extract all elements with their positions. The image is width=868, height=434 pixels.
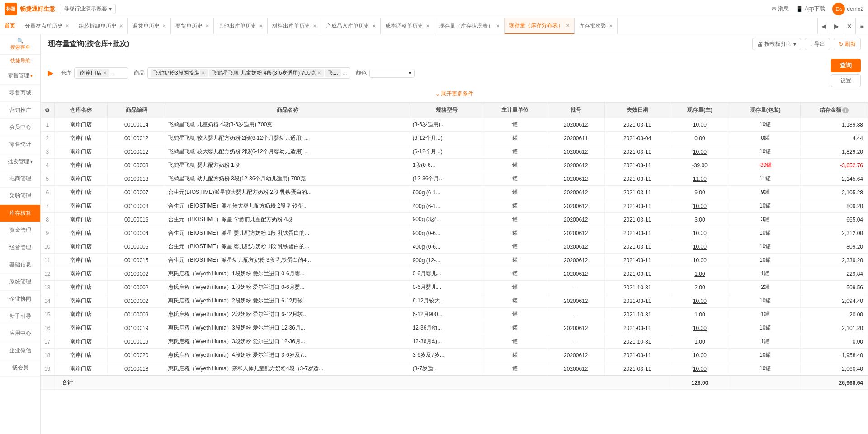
tab-close-icon[interactable]: ✕ xyxy=(426,24,429,28)
sidebar-item-stats[interactable]: 零售统计 xyxy=(0,136,40,153)
sidebar-item-app-center[interactable]: 应用中心 xyxy=(0,325,40,342)
query-button[interactable]: 查询 xyxy=(831,59,861,72)
cell-qty-main[interactable]: 11.00 xyxy=(670,172,730,186)
cell-expire: 2021-03-11 xyxy=(605,349,670,362)
cell-unit: 罐 xyxy=(483,226,547,240)
amount-info-icon[interactable]: i xyxy=(842,107,849,113)
warehouse-tag-container[interactable]: 南岸门店 ✕ ... xyxy=(74,67,128,79)
cell-qty-main[interactable]: 10.00 xyxy=(670,349,730,362)
cell-warehouse: 南岸门店 xyxy=(54,349,108,362)
tab-close-icon[interactable]: ✕ xyxy=(313,24,316,28)
cell-qty-main[interactable]: 10.00 xyxy=(670,321,730,335)
row-number: 1 xyxy=(41,118,54,132)
tab-zu-zhuang[interactable]: 组装拆卸单历史 ✕ xyxy=(74,18,128,34)
cell-qty-main[interactable]: -39.00 xyxy=(670,159,730,172)
cell-qty-main[interactable]: 1.00 xyxy=(670,308,730,321)
sidebar-search[interactable]: 🔍 搜索菜单 xyxy=(0,34,40,55)
cell-qty-main[interactable]: 10.00 xyxy=(670,118,730,132)
sidebar-item-finance[interactable]: 资金管理 xyxy=(0,222,40,239)
product-tag1-close[interactable]: ✕ xyxy=(201,71,205,75)
cell-code: 00100018 xyxy=(108,362,165,376)
sidebar-item-basic[interactable]: 基础信息 xyxy=(0,256,40,274)
tab-yao-huo[interactable]: 要货单历史 ✕ xyxy=(171,18,214,34)
sidebar-item-marketing[interactable]: 营销推广 xyxy=(0,102,40,119)
cell-qty-main[interactable]: 10.00 xyxy=(670,362,730,376)
cell-qty-main[interactable]: 10.00 xyxy=(670,294,730,308)
tab-fen-pan[interactable]: 分量盘点单历史 ✕ xyxy=(20,18,74,34)
color-input[interactable]: ▾ xyxy=(369,69,415,78)
sidebar-item-operation[interactable]: 经营管理 xyxy=(0,239,40,256)
messages-button[interactable]: ✉ 消息 xyxy=(772,5,789,13)
cell-spec: 400g (0-6... xyxy=(410,240,483,254)
cell-unit: 罐 xyxy=(483,349,547,362)
tab-ku-cun-pi[interactable]: 库存批次聚 ✕ xyxy=(575,18,618,34)
sidebar-item-member[interactable]: 会员中心 xyxy=(0,119,40,136)
product-tag-container[interactable]: 飞鹤奶粉3段两提装 ✕ 飞鹤星飞帆 儿童奶粉 4段(3-6岁适用) 700克 ✕… xyxy=(147,67,350,79)
tab-close-icon[interactable]: ✕ xyxy=(205,24,209,28)
cell-qty-main[interactable]: 3.00 xyxy=(670,213,730,226)
warehouse-tag-close[interactable]: ✕ xyxy=(103,71,107,75)
cell-qty-main[interactable]: 10.00 xyxy=(670,240,730,254)
sidebar-item-purchase[interactable]: 采购管理 xyxy=(0,188,40,205)
tab-cai-liao[interactable]: 材料出库单历史 ✕ xyxy=(268,18,321,34)
tab-prev-button[interactable]: ◀ xyxy=(817,18,830,34)
tab-diao-bo[interactable]: 调拨单历史 ✕ xyxy=(128,18,171,34)
sidebar-item-ecommerce[interactable]: 电商管理 xyxy=(0,170,40,188)
tab-close-icon[interactable]: ✕ xyxy=(119,24,123,28)
warehouse-more-button[interactable]: ... xyxy=(111,70,116,76)
cell-qty-main[interactable]: 10.00 xyxy=(670,226,730,240)
cell-qty-main[interactable]: 10.00 xyxy=(670,199,730,213)
tab-menu-button[interactable]: ≡ xyxy=(855,18,868,34)
sidebar-item-system[interactable]: 系统管理 xyxy=(0,274,40,291)
expand-filter-button[interactable]: ⌄ 展开更多条件 xyxy=(435,90,473,98)
tab-close-icon[interactable]: ✕ xyxy=(66,24,69,28)
product-tag2-close[interactable]: ✕ xyxy=(317,71,321,75)
sidebar-item-vip[interactable]: 畅会员 xyxy=(0,359,40,377)
tab-home[interactable]: 首页 xyxy=(0,18,20,34)
tab-close-icon[interactable]: ✕ xyxy=(609,24,613,28)
cell-qty-pkg: 10罐 xyxy=(730,362,801,376)
refresh-button[interactable]: ↻ 刷新 xyxy=(834,38,861,50)
workspace-selector[interactable]: 母婴行业演示账套 ▾ xyxy=(60,4,116,14)
cell-spec: 900g (6-1... xyxy=(410,186,483,199)
cell-qty-main[interactable]: 0.00 xyxy=(670,132,730,145)
chevron-down-icon: ▾ xyxy=(109,6,112,12)
cell-code: 00100008 xyxy=(108,199,165,213)
sidebar-item-enterprise-wechat[interactable]: 企业微信 xyxy=(0,342,40,359)
cell-qty-main[interactable]: 1.00 xyxy=(670,335,730,349)
filter-collapse-button[interactable]: ▶ xyxy=(48,69,53,77)
cell-qty-main[interactable]: 10.00 xyxy=(670,254,730,267)
template-print-button[interactable]: 🖨 按模板打印 ▾ xyxy=(752,38,801,50)
sidebar-item-zero-mall[interactable]: 零售商城 xyxy=(0,85,40,102)
settings-button[interactable]: 设置 xyxy=(831,74,861,87)
app-download-button[interactable]: 📱 App下载 xyxy=(796,5,825,13)
cell-spec: 900g (12-... xyxy=(410,254,483,267)
tab-close-icon[interactable]: ✕ xyxy=(566,23,570,28)
sidebar-item-inventory[interactable]: 库存核算 xyxy=(0,205,40,222)
cell-qty-main[interactable]: 2.00 xyxy=(670,281,730,294)
th-settings[interactable]: ⚙ xyxy=(41,103,54,118)
tab-close-icon[interactable]: ✕ xyxy=(372,24,376,28)
cell-qty-main[interactable]: 1.00 xyxy=(670,267,730,281)
cell-qty-main[interactable]: 9.00 xyxy=(670,186,730,199)
tab-chan-cheng[interactable]: 产成品入库单历史 ✕ xyxy=(321,18,381,34)
user-profile[interactable]: Ea demo2 xyxy=(832,3,863,15)
sidebar-item-wholesale[interactable]: 批发管理 ▾ xyxy=(0,153,40,170)
tab-close-all-button[interactable]: ✕ xyxy=(843,18,855,34)
tab-xian-cun-fen[interactable]: 现存量（库存分布表） ✕ xyxy=(505,18,575,34)
tab-close-icon[interactable]: ✕ xyxy=(259,24,263,28)
sidebar-item-zero-sale[interactable]: 零售管理 ▾ xyxy=(0,67,40,85)
tab-cheng-ben[interactable]: 成本调整单历史 ✕ xyxy=(381,18,434,34)
tab-close-icon[interactable]: ✕ xyxy=(162,24,166,28)
export-button[interactable]: ↓ 导出 xyxy=(805,38,830,50)
sidebar-quick-nav[interactable]: 快捷导航 xyxy=(0,55,40,67)
tab-close-icon[interactable]: ✕ xyxy=(496,24,500,28)
cell-qty-main[interactable]: 10.00 xyxy=(670,145,730,159)
tab-next-button[interactable]: ▶ xyxy=(830,18,843,34)
tab-xian-cun-ku[interactable]: 现存量（库存状况表） ✕ xyxy=(434,18,505,34)
product-label: 商品 xyxy=(134,69,145,77)
sidebar-item-enterprise[interactable]: 企业协同 xyxy=(0,291,40,308)
product-more-button[interactable]: ... xyxy=(343,70,347,76)
sidebar-item-guide[interactable]: 新手引导 xyxy=(0,308,40,325)
tab-qi-ta[interactable]: 其他出库单历史 ✕ xyxy=(214,18,268,34)
